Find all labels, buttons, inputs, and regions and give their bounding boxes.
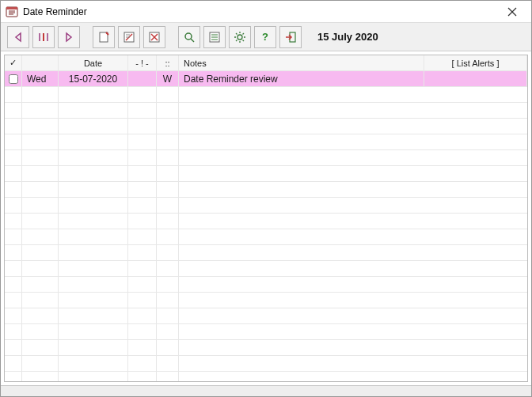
edit-button[interactable] [118, 26, 140, 48]
grid-header: ✓ Date - ! - :: Notes [ List Alerts ] [5, 55, 527, 71]
reminder-grid: ✓ Date - ! - :: Notes [ List Alerts ] We… [4, 55, 528, 382]
app-icon [6, 6, 18, 18]
svg-rect-1 [6, 7, 17, 9]
svg-line-33 [236, 33, 238, 35]
row-priority [128, 71, 157, 86]
new-note-icon [97, 31, 110, 43]
row-checkbox-cell[interactable] [5, 71, 22, 86]
exit-icon [284, 31, 297, 43]
grid-row[interactable]: Wed 15-07-2020 W Date Reminder review [5, 71, 527, 87]
column-header-repeat[interactable]: :: [157, 55, 179, 70]
delete-icon [148, 31, 161, 43]
row-day: Wed [22, 71, 59, 86]
list-icon [208, 31, 221, 43]
svg-point-22 [185, 33, 192, 40]
chevron-left-icon [13, 32, 24, 43]
row-checkbox[interactable] [9, 74, 18, 84]
column-header-notes[interactable]: Notes [179, 55, 424, 70]
grid-empty-area [5, 87, 527, 381]
column-header-alerts[interactable]: [ List Alerts ] [424, 55, 527, 70]
gear-icon [234, 31, 246, 43]
column-header-date[interactable]: Date [59, 55, 128, 70]
svg-marker-11 [66, 33, 71, 41]
prev-button[interactable] [7, 26, 29, 48]
svg-line-14 [107, 33, 108, 34]
today-icon [37, 32, 50, 43]
help-button[interactable]: ? [254, 26, 276, 48]
svg-line-23 [191, 39, 194, 42]
window-title: Date Reminder [23, 6, 87, 17]
svg-line-36 [236, 40, 238, 41]
delete-button[interactable] [143, 26, 165, 48]
close-button[interactable] [498, 2, 526, 21]
row-alerts [424, 71, 527, 86]
settings-button[interactable] [229, 26, 251, 48]
row-notes: Date Reminder review [179, 71, 424, 86]
column-header-check[interactable]: ✓ [5, 55, 22, 70]
chevron-right-icon [63, 32, 74, 43]
row-date: 15-07-2020 [59, 71, 128, 86]
status-bar [1, 385, 531, 396]
today-button[interactable] [32, 26, 55, 48]
svg-point-28 [238, 35, 242, 40]
edit-icon [123, 31, 135, 43]
svg-line-35 [243, 33, 245, 35]
help-icon: ? [259, 31, 272, 43]
column-header-priority[interactable]: - ! - [128, 55, 157, 70]
list-button[interactable] [203, 26, 226, 48]
content-area: ✓ Date - ! - :: Notes [ List Alerts ] We… [1, 51, 531, 385]
search-button[interactable] [178, 26, 200, 48]
search-icon [183, 31, 196, 43]
next-button[interactable] [58, 26, 80, 48]
current-date-label: 15 July 2020 [317, 31, 378, 43]
svg-line-34 [243, 40, 245, 41]
new-button[interactable] [93, 26, 115, 48]
close-icon [507, 7, 517, 17]
toolbar: ? 15 July 2020 [1, 23, 531, 51]
exit-button[interactable] [279, 26, 302, 48]
svg-marker-7 [16, 33, 21, 41]
row-repeat: W [157, 71, 179, 86]
svg-text:?: ? [262, 31, 268, 43]
title-bar: Date Reminder [1, 1, 531, 23]
column-header-day[interactable] [22, 55, 59, 70]
